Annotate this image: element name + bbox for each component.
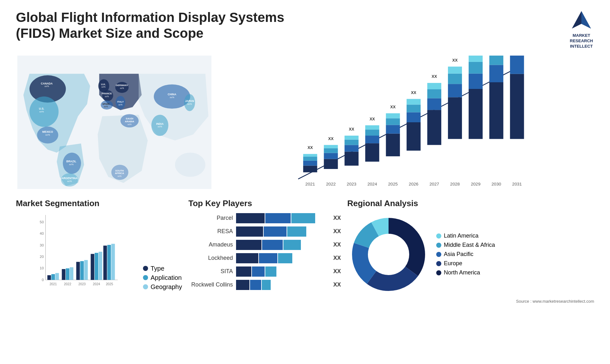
legend-type: Type [143,265,182,272]
svg-rect-84 [427,98,441,110]
svg-rect-65 [344,139,358,145]
reg-dot-latin-america [436,233,441,239]
svg-text:2023: 2023 [347,182,356,186]
legend-application: Application [143,274,182,281]
svg-rect-129 [51,274,55,280]
svg-text:XX: XX [328,136,334,141]
svg-point-153 [369,235,408,273]
reg-legend-north-america: North America [436,269,495,276]
svg-rect-131 [62,269,65,280]
svg-rect-98 [489,82,503,139]
svg-rect-91 [448,66,462,73]
player-val: XX [333,228,341,235]
reg-legend-latin-america: Latin America [436,233,495,239]
player-val: XX [333,268,341,275]
players-container: Top Key Players Parcel XX RESA [188,199,341,304]
svg-text:CANADA: CANADA [41,82,53,85]
svg-text:2022: 2022 [64,282,71,286]
svg-text:xx%: xx% [101,86,105,88]
svg-marker-1 [581,11,591,29]
svg-text:XX: XX [431,74,437,79]
svg-text:xx%: xx% [120,87,124,89]
player-name: Amadeus [188,241,233,248]
svg-text:xx%: xx% [170,96,174,98]
svg-rect-58 [324,159,338,169]
bar-seg3 [278,253,292,263]
player-val: XX [333,281,341,288]
svg-text:xx%: xx% [105,95,109,97]
player-val: XX [333,241,341,248]
svg-text:GERMANY: GERMANY [116,84,128,87]
page-title: Global Flight Information Display System… [16,10,302,42]
svg-rect-69 [365,136,379,143]
svg-text:40: 40 [40,232,44,235]
svg-text:xx%: xx% [104,105,108,108]
svg-text:2021: 2021 [305,182,315,186]
svg-rect-96 [469,56,483,62]
svg-text:INDIA: INDIA [156,122,164,125]
svg-rect-64 [344,145,358,152]
player-row: RESA XX [188,226,341,237]
svg-text:xx%: xx% [118,175,122,177]
bar-seg3 [287,226,306,237]
growth-chart-svg: XX XX XX XX [222,56,594,189]
svg-text:XX: XX [390,105,396,109]
svg-text:2024: 2024 [367,182,377,186]
svg-text:xx%: xx% [187,102,192,105]
reg-dot-asia-pacific [436,252,441,257]
reg-legend-middle-east: Middle East & Africa [436,242,495,248]
svg-text:xx%: xx% [119,103,123,105]
svg-rect-59 [324,153,338,159]
svg-rect-130 [55,273,59,280]
source-text: Source : www.marketresearchintellect.com [347,299,594,304]
svg-rect-60 [324,148,338,153]
players-chart: Parcel XX RESA XX [188,213,341,290]
svg-rect-132 [66,268,69,280]
top-section: CANADA xx% U.S. xx% MEXICO xx% BRAZIL xx… [16,56,594,189]
player-name: Parcel [188,215,233,221]
players-title: Top Key Players [188,199,341,208]
svg-text:2030: 2030 [491,182,501,186]
svg-rect-95 [469,62,483,74]
svg-rect-85 [427,89,441,98]
reg-legend-asia-pacific: Asia Pacific [436,251,495,258]
segmentation-chart: 0 10 20 30 40 50 60 [16,213,137,293]
svg-rect-128 [47,275,51,280]
regional-title: Regional Analysis [347,199,594,208]
svg-text:xx%: xx% [45,133,50,136]
svg-text:XX: XX [308,145,313,150]
svg-rect-53 [303,165,317,172]
svg-text:SPAIN: SPAIN [102,102,110,105]
svg-text:XX: XX [369,117,375,121]
svg-text:MEXICO: MEXICO [42,130,53,133]
player-row: Parcel XX [188,213,341,223]
svg-text:10: 10 [40,266,44,270]
donut-svg [347,213,430,296]
svg-text:BRAZIL: BRAZIL [66,160,76,163]
player-bars [236,253,329,263]
svg-rect-99 [489,65,503,82]
bottom-section: Market Segmentation 0 10 20 30 40 50 [16,199,594,304]
svg-text:2023: 2023 [78,282,86,286]
svg-rect-86 [427,83,441,89]
svg-text:CHINA: CHINA [168,93,176,96]
page-container: Global Flight Information Display System… [0,0,610,364]
svg-text:2024: 2024 [93,282,100,286]
svg-text:2021: 2021 [50,282,57,286]
player-val: XX [333,215,341,221]
svg-rect-83 [427,110,441,145]
player-bars [236,280,329,290]
svg-text:xx%: xx% [69,163,74,165]
svg-point-18 [175,152,205,177]
svg-rect-78 [407,122,421,151]
svg-rect-66 [344,136,358,140]
svg-rect-115 [510,56,524,74]
bar-seg3 [283,240,301,250]
svg-text:2025: 2025 [388,182,398,186]
player-bars [236,266,329,277]
bar-seg1 [236,213,265,223]
bar-seg2 [265,213,291,223]
player-bars [236,226,329,237]
svg-text:2027: 2027 [430,182,439,186]
header: Global Flight Information Display System… [16,10,594,49]
